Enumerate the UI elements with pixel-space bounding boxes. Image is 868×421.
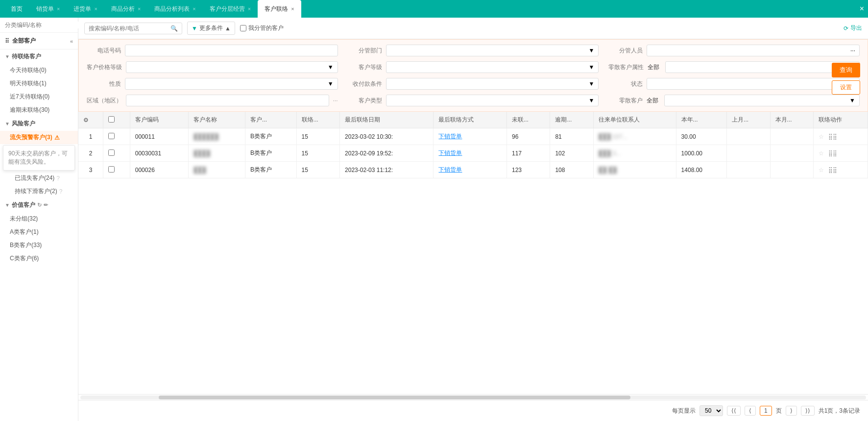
- row3-partner-blurred: ██ ██: [599, 167, 617, 173]
- my-customers-checkbox[interactable]: [240, 25, 246, 31]
- select-all-checkbox[interactable]: [108, 116, 115, 123]
- row2-action-star[interactable]: ☆: [819, 150, 824, 157]
- row3-action-menu[interactable]: ⣿⣿: [828, 167, 837, 173]
- sidebar-item-class-c[interactable]: C类客户(6): [0, 252, 78, 265]
- col-partner-contact: 往来单位联系人: [593, 112, 676, 128]
- refresh-icon[interactable]: ↻: [37, 202, 42, 208]
- sidebar-item-class-b[interactable]: B类客户(33): [0, 239, 78, 252]
- tab-goods-analysis[interactable]: 商品分析 ×: [104, 0, 147, 18]
- customer-type-select[interactable]: ▼: [386, 95, 599, 106]
- filter-more-conditions[interactable]: ▼ 更多条件 ▲: [187, 22, 235, 35]
- status-select[interactable]: ▼: [647, 78, 860, 90]
- tab-goods-analysis-list[interactable]: 商品分析列表 ×: [147, 0, 202, 18]
- tab-customer-contact-close[interactable]: ×: [291, 6, 294, 12]
- row3-check[interactable]: [103, 162, 130, 178]
- row3-contact-link[interactable]: 下销货单: [438, 166, 462, 173]
- filter-icon: ▼: [192, 25, 197, 32]
- filter-search-input[interactable]: [89, 25, 170, 32]
- pending-contact-label: 待联络客户: [12, 52, 41, 61]
- last-page-button[interactable]: ⟩⟩: [801, 406, 815, 416]
- tab-sales[interactable]: 销货单 ×: [29, 0, 67, 18]
- next-page-button[interactable]: ⟩: [786, 406, 797, 416]
- tab-goods-analysis-list-close[interactable]: ×: [193, 6, 195, 12]
- page-size-select[interactable]: 50: [699, 405, 723, 416]
- sidebar-item-ungrouped[interactable]: 未分组(32): [0, 212, 78, 225]
- col-settings[interactable]: ⚙: [78, 112, 103, 128]
- sidebar-all-customers[interactable]: ⠿ 全部客户 «: [0, 33, 78, 50]
- value-customers-label: 价值客户: [12, 201, 35, 209]
- retail-select[interactable]: ▼: [664, 95, 860, 106]
- sidebar-item-churned[interactable]: 已流失客户(24) ?: [5, 172, 78, 185]
- tab-customer-tier-close[interactable]: ×: [248, 6, 251, 12]
- sidebar-item-class-a[interactable]: A类客户(1): [0, 225, 78, 239]
- tab-customer-contact[interactable]: 客户联络 ×: [258, 0, 301, 18]
- filter-row-payment: 收付款条件 ▼: [348, 78, 599, 90]
- settings-button[interactable]: 设置: [832, 80, 860, 95]
- row2-last-contact-method[interactable]: 下销货单: [434, 145, 506, 162]
- retail-attr-select[interactable]: ▼: [665, 61, 860, 73]
- sidebar-collapse-icon[interactable]: «: [70, 38, 73, 44]
- tab-home[interactable]: 首页: [4, 0, 29, 18]
- main-layout: 🔍 ⠿ 全部客户 « ▼ 待联络客户 今天待联络(0) 明天待联络(1) 近7天…: [0, 18, 868, 421]
- sidebar-item-tomorrow-pending[interactable]: 明天待联络(1): [0, 77, 78, 90]
- customer-level-select[interactable]: ▼: [386, 61, 599, 73]
- filter-search-icon[interactable]: 🔍: [170, 25, 178, 32]
- prev-page-button[interactable]: ⟨: [745, 406, 756, 416]
- person-select[interactable]: ···: [647, 45, 860, 56]
- sidebar-item-declining[interactable]: 持续下滑客户(2) ?: [5, 185, 78, 198]
- row2-action-menu[interactable]: ⣿⣿: [828, 150, 837, 157]
- row1-last-contact-method[interactable]: 下销货单: [434, 128, 506, 145]
- row3-action-star[interactable]: ☆: [819, 167, 824, 173]
- row1-checkbox[interactable]: [108, 133, 115, 139]
- price-level-select[interactable]: ▼: [126, 61, 338, 73]
- scroll-thumb[interactable]: [159, 396, 630, 399]
- query-button[interactable]: 查询: [832, 63, 860, 77]
- tab-goods-analysis-close[interactable]: ×: [138, 6, 141, 12]
- row1-contact-link[interactable]: 下销货单: [438, 133, 462, 140]
- row2-checkbox[interactable]: [108, 149, 115, 156]
- sidebar-item-week-pending[interactable]: 近7天待联络(0): [0, 90, 78, 103]
- horizontal-scrollbar[interactable]: [78, 394, 868, 400]
- churn-risk-label: 流失预警客户(3): [10, 133, 52, 142]
- row3-this-month: [770, 162, 813, 178]
- tab-customer-tier[interactable]: 客户分层经营 ×: [203, 0, 258, 18]
- col-customer-type: 客户...: [245, 112, 297, 128]
- content-area: 🔍 ▼ 更多条件 ▲ 我分管的客户 ⟳ 导出 电话号码: [78, 18, 868, 421]
- tab-purchase-close[interactable]: ×: [94, 6, 97, 12]
- tab-sales-close[interactable]: ×: [57, 6, 60, 12]
- dept-select[interactable]: ▼: [386, 45, 599, 56]
- my-customers-checkbox-wrap[interactable]: 我分管的客户: [240, 24, 284, 32]
- export-button[interactable]: ⟳ 导出: [844, 24, 862, 32]
- row3-uncontacted: 123: [506, 162, 550, 178]
- more-conditions-label: 更多条件: [199, 24, 223, 32]
- sidebar-item-churn-risk[interactable]: 流失预警客户(3) ⚠: [0, 131, 78, 144]
- edit-icon[interactable]: ✏: [44, 202, 48, 208]
- sidebar-group-value-customers[interactable]: ▼ 价值客户 ↻ ✏: [0, 198, 78, 212]
- action-buttons: 查询 设置: [832, 63, 860, 95]
- row1-check[interactable]: [103, 128, 130, 145]
- sidebar-item-overdue-pending[interactable]: 逾期未联络(30): [0, 103, 78, 117]
- sidebar-group-pending-contact[interactable]: ▼ 待联络客户: [0, 50, 78, 64]
- row2-check[interactable]: [103, 145, 130, 162]
- tab-purchase[interactable]: 进货单 ×: [67, 0, 104, 18]
- region-dots[interactable]: ···: [333, 97, 338, 104]
- filter-row-customer-type: 客户类型 ▼: [348, 95, 599, 106]
- row3-last-contact-method[interactable]: 下销货单: [434, 162, 506, 178]
- row3-checkbox[interactable]: [108, 166, 115, 173]
- nature-select[interactable]: ▼: [125, 78, 338, 90]
- row2-contact-link[interactable]: 下销货单: [438, 149, 462, 156]
- sidebar-group-at-risk[interactable]: ▼ 风险客户: [0, 117, 78, 131]
- payment-select[interactable]: ▼: [386, 78, 599, 90]
- window-close-button[interactable]: ×: [860, 4, 864, 13]
- row1-action-star[interactable]: ☆: [819, 133, 824, 140]
- churn-risk-tooltip: 90天未交易的客户，可能有流失风险。: [3, 145, 75, 171]
- phone-input[interactable]: [125, 45, 338, 56]
- row3-action: ☆ ⣿⣿: [813, 162, 868, 178]
- row1-action-menu[interactable]: ⣿⣿: [828, 133, 837, 140]
- sidebar-search-input[interactable]: [5, 22, 78, 28]
- region-input[interactable]: [126, 95, 329, 106]
- first-page-button[interactable]: ⟨⟨: [727, 406, 741, 416]
- sidebar-item-today-pending[interactable]: 今天待联络(0): [0, 64, 78, 77]
- row2-partner-contact: ███ 3...: [593, 145, 676, 162]
- tab-customer-contact-label: 客户联络: [265, 5, 288, 13]
